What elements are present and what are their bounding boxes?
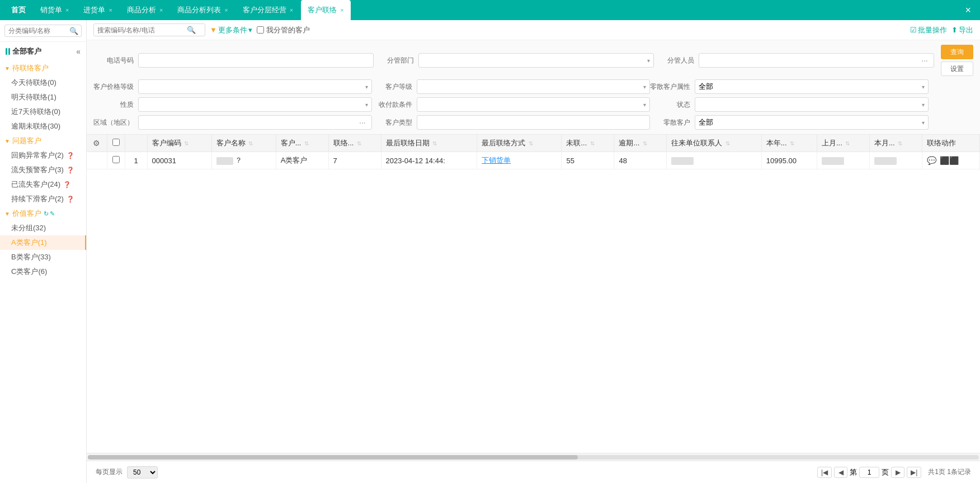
first-page-btn[interactable]: |◀ [817, 467, 832, 478]
sidebar-item-class-b[interactable]: B类客户(33) [0, 250, 86, 264]
sidebar-search-icon[interactable]: 🔍 [69, 27, 78, 35]
th-not-contact: 未联... ⇅ [562, 135, 614, 152]
sidebar-item-repurchase-abnormal[interactable]: 回购异常客户(2) ❓ [0, 148, 86, 163]
close-purchase-icon[interactable]: × [109, 7, 112, 13]
next-page-btn[interactable]: ▶ [891, 467, 904, 478]
th-type: 客户... ⇅ [276, 135, 328, 152]
row-checkbox[interactable] [112, 156, 120, 163]
sort-not-contact-icon[interactable]: ⇅ [590, 140, 595, 146]
sidebar-item-churn-warning[interactable]: 流失预警客户(3) ❓ [0, 163, 86, 177]
last-page-btn[interactable]: ▶| [907, 467, 921, 478]
th-type-label: 客户... [281, 139, 301, 147]
section-pending-contact[interactable]: ▼ 待联络客户 [0, 61, 86, 75]
sidebar-item-today[interactable]: 今天待联络(0) [0, 75, 86, 90]
td-overdue: 48 [614, 152, 667, 169]
sidebar-item-churned[interactable]: 已流失客户(24) ❓ [0, 177, 86, 192]
edit-value-icon[interactable]: ✎ [50, 210, 55, 217]
link-action-icon[interactable]: ⬛⬛ [940, 156, 959, 165]
chevron-status: ▾ [922, 102, 925, 108]
input-type[interactable] [417, 115, 651, 130]
table-wrapper: ⚙ 客户编码 ⇅ 客户名称 ⇅ [87, 135, 980, 453]
query-button[interactable]: 查询 [941, 45, 973, 59]
gear-icon[interactable]: ⚙ [93, 139, 100, 148]
select-payment[interactable]: ▾ [417, 97, 651, 112]
refresh-icon[interactable]: ↻ [44, 210, 49, 217]
nav-customer-contact[interactable]: 客户联络 × [301, 0, 350, 20]
select-all-checkbox[interactable] [112, 139, 120, 146]
sort-name-icon[interactable]: ⇅ [248, 140, 253, 146]
last-way-link[interactable]: 下销货单 [482, 156, 511, 164]
select-region[interactable]: ··· [138, 115, 372, 130]
nav-purchase[interactable]: 进货单 × [77, 0, 119, 20]
sort-code-icon[interactable]: ⇅ [184, 140, 189, 146]
sort-last-date-icon[interactable]: ⇅ [432, 140, 437, 146]
sidebar-item-overdue[interactable]: 逾期未联络(30) [0, 119, 86, 134]
page-size-select[interactable]: 50 100 200 [127, 466, 158, 479]
close-customer-layer-icon[interactable]: × [290, 7, 293, 13]
window-close-icon[interactable]: × [960, 4, 976, 16]
label-type: 客户类型 [372, 118, 417, 127]
sidebar-item-unclassified[interactable]: 未分组(32) [0, 221, 86, 235]
th-last-way: 最后联络方式 ⇅ [477, 135, 562, 152]
batch-op-btn[interactable]: ☑ 批量操作 [910, 25, 947, 35]
th-gear[interactable]: ⚙ [87, 135, 107, 152]
input-phone[interactable] [138, 53, 374, 68]
my-customer-checkbox[interactable]: 我分管的客户 [257, 25, 310, 35]
nav-home[interactable]: 首页 [4, 0, 32, 20]
filter-search-icon[interactable]: 🔍 [187, 26, 196, 34]
nav-customer-layer[interactable]: 客户分层经营 × [236, 0, 300, 20]
export-btn[interactable]: ⬆ 导出 [951, 25, 973, 35]
sidebar-item-class-a[interactable]: A类客户(1) [0, 235, 86, 250]
sidebar-item-class-c[interactable]: C类客户(6) [0, 264, 86, 279]
sort-type-icon[interactable]: ⇅ [304, 140, 309, 146]
close-goods-list-icon[interactable]: × [224, 7, 228, 13]
filter-search-input[interactable] [97, 26, 187, 34]
nav-goods-analysis[interactable]: 商品分析 × [120, 0, 169, 20]
select-scatter[interactable]: 全部 ▾ [695, 115, 929, 130]
page-number-input[interactable] [859, 467, 879, 478]
setting-button[interactable]: 设置 [941, 61, 973, 76]
select-price-level[interactable]: ▾ [138, 79, 372, 94]
chevron-payment: ▾ [643, 102, 646, 108]
total-text: 共1页 1条记录 [928, 467, 971, 477]
select-scatter-attr[interactable]: 全部 ▾ [695, 79, 929, 94]
dots-region[interactable]: ··· [357, 118, 368, 127]
close-sales-icon[interactable]: × [65, 7, 69, 13]
horizontal-scrollbar[interactable] [87, 453, 980, 461]
sort-contact-icon[interactable]: ⇅ [357, 140, 361, 146]
dots-manager[interactable]: ··· [919, 56, 930, 65]
chat-action-icon[interactable]: 💬 [927, 156, 936, 165]
nav-goods-list[interactable]: 商品分析列表 × [171, 0, 234, 20]
close-customer-contact-icon[interactable]: × [340, 7, 343, 13]
label-price-level: 客户价格等级 [93, 82, 138, 92]
scroll-thumb[interactable] [88, 455, 578, 460]
sort-this-month-icon[interactable]: ⇅ [898, 140, 902, 146]
my-customer-check[interactable] [257, 26, 264, 34]
select-manager[interactable]: ··· [699, 53, 934, 68]
sidebar-item-7days[interactable]: 近7天待联络(0) [0, 105, 86, 119]
nav-sales[interactable]: 销货单 × [34, 0, 76, 20]
sort-company-contact-icon[interactable]: ⇅ [725, 140, 730, 146]
sidebar-all-customers[interactable]: 全部客户 « [0, 42, 86, 61]
sort-last-month-icon[interactable]: ⇅ [845, 140, 850, 146]
select-level[interactable]: ▾ [417, 79, 651, 94]
label-region: 区域（地区） [93, 118, 138, 127]
chevron-level: ▾ [643, 84, 646, 90]
section-value-customers[interactable]: ▼ 价值客户 ↻ ✎ [0, 206, 86, 221]
more-filter-btn[interactable]: ▼ 更多条件 ▾ [210, 25, 252, 35]
sidebar-item-declining[interactable]: 持续下滑客户(2) ❓ [0, 192, 86, 206]
close-goods-analysis-icon[interactable]: × [159, 7, 163, 13]
sort-overdue-icon[interactable]: ⇅ [643, 140, 647, 146]
td-last-month [817, 152, 869, 169]
sort-last-way-icon[interactable]: ⇅ [529, 140, 533, 146]
select-nature[interactable]: ▾ [138, 97, 372, 112]
select-dept[interactable]: ▾ [418, 53, 654, 68]
chevron-scatter-attr: ▾ [922, 84, 925, 90]
th-contact: 联络... ⇅ [328, 135, 381, 152]
section-problem-customers[interactable]: ▼ 问题客户 [0, 134, 86, 148]
sort-this-year-icon[interactable]: ⇅ [790, 140, 794, 146]
select-status[interactable]: ▾ [695, 97, 929, 112]
sidebar-collapse-icon[interactable]: « [76, 47, 81, 56]
sidebar-item-tomorrow[interactable]: 明天待联络(1) [0, 90, 86, 105]
prev-page-btn[interactable]: ◀ [834, 467, 847, 478]
